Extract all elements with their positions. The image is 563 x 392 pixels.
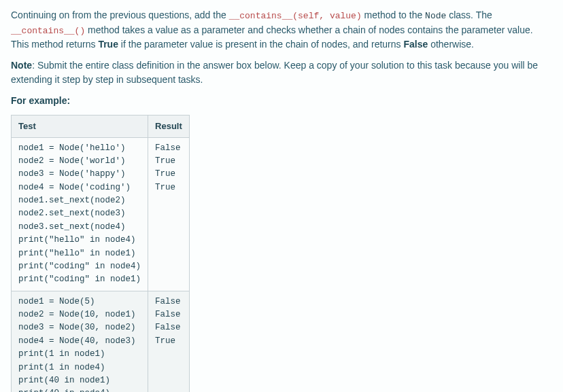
text: class. The bbox=[446, 10, 492, 20]
table-row: node1 = Node(5) node2 = Node(10, node1) … bbox=[12, 291, 190, 392]
bold-false: False bbox=[403, 39, 428, 50]
cell-test: node1 = Node('hello') node2 = Node('worl… bbox=[12, 137, 148, 291]
example-table: Test Result node1 = Node('hello') node2 … bbox=[11, 115, 190, 392]
header-result: Result bbox=[148, 115, 190, 138]
bold-true: True bbox=[98, 39, 118, 50]
table-header-row: Test Result bbox=[12, 115, 190, 138]
note-label: Note bbox=[11, 60, 32, 71]
code-result: False True True True bbox=[155, 142, 182, 195]
question-text: Continuing on from the previous question… bbox=[11, 8, 552, 392]
code-test: node1 = Node(5) node2 = Node(10, node1) … bbox=[18, 296, 141, 392]
note-text: : Submit the entire class definition in … bbox=[11, 60, 538, 85]
code-contains-call: __contains__() bbox=[11, 26, 85, 36]
table-row: node1 = Node('hello') node2 = Node('worl… bbox=[12, 137, 190, 291]
text: Continuing on from the previous question… bbox=[11, 10, 229, 20]
paragraph-note: Note: Submit the entire class definition… bbox=[11, 58, 552, 87]
text: if the parameter value is present in the… bbox=[118, 39, 403, 50]
cell-result: False False False True bbox=[148, 291, 190, 392]
cell-test: node1 = Node(5) node2 = Node(10, node1) … bbox=[12, 291, 148, 392]
cell-result: False True True True bbox=[148, 137, 190, 291]
example-label: For example: bbox=[11, 94, 552, 108]
code-test: node1 = Node('hello') node2 = Node('worl… bbox=[18, 142, 141, 287]
paragraph-1: Continuing on from the previous question… bbox=[11, 8, 552, 52]
text: method to the bbox=[362, 10, 425, 20]
text: otherwise. bbox=[428, 39, 474, 50]
code-contains-signature: __contains__(self, value) bbox=[229, 11, 362, 21]
code-result: False False False True bbox=[155, 296, 182, 349]
code-node-class: Node bbox=[425, 11, 446, 21]
header-test: Test bbox=[12, 115, 148, 138]
